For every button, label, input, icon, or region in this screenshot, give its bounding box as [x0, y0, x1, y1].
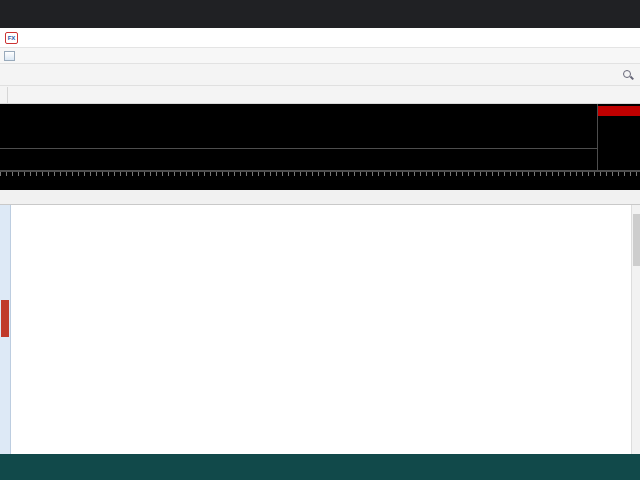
tester-panel-strip [0, 205, 11, 454]
time-axis-ticks [0, 172, 640, 176]
menu-bar [0, 48, 640, 64]
browser-maximize-button[interactable] [580, 0, 610, 22]
chart-area[interactable] [0, 104, 640, 190]
tester-report-panel [0, 205, 640, 454]
panel-marker [1, 300, 9, 337]
browser-minimize-button[interactable] [550, 0, 580, 22]
standard-toolbar [0, 64, 640, 86]
browser-tab-bar [0, 0, 640, 28]
scroll-down-icon[interactable] [632, 446, 640, 454]
search-icon[interactable] [622, 69, 634, 81]
app-title-bar: FX [0, 28, 640, 48]
scrollbar-thumb[interactable] [633, 214, 640, 266]
current-price-badge [598, 106, 640, 116]
chart-tab-bar [0, 190, 640, 205]
app-icon: FX [5, 32, 18, 44]
time-axis[interactable] [0, 171, 640, 190]
price-axis[interactable] [597, 104, 640, 170]
macd-indicator-chart[interactable] [0, 149, 597, 170]
chart-window-icon [4, 51, 15, 61]
browser-close-button[interactable] [610, 0, 640, 22]
screen: FX [0, 0, 640, 480]
report-scrollbar[interactable] [631, 205, 640, 454]
scroll-up-icon[interactable] [632, 205, 640, 213]
candlestick-chart[interactable] [0, 104, 597, 148]
browser-page-background [0, 454, 640, 480]
line-studies-toolbar [0, 86, 640, 104]
